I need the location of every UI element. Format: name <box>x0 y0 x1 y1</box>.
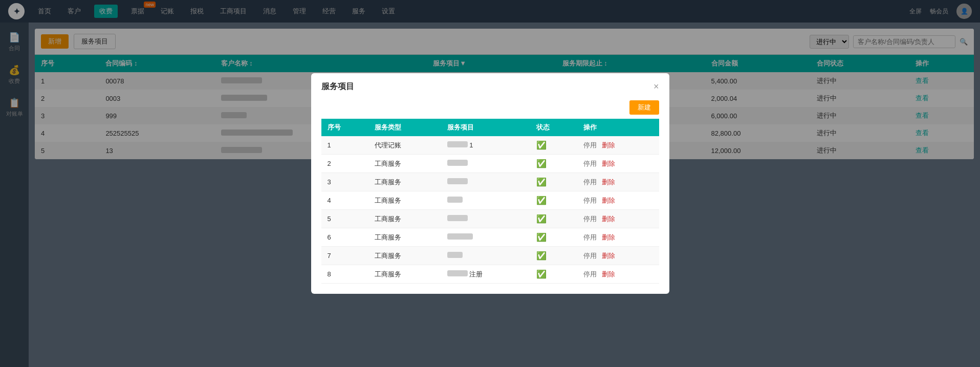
modal-cell-seq: 2 <box>321 155 369 173</box>
modal-cell-item <box>441 228 530 247</box>
status-check-icon: ✅ <box>536 251 547 260</box>
modal-cell-actions: 停用 删除 <box>577 228 659 247</box>
modal-cell-type: 工商服务 <box>368 247 441 265</box>
delete-button[interactable]: 删除 <box>602 197 615 204</box>
list-item: 5 工商服务 ✅ 停用 删除 <box>321 210 659 228</box>
list-item: 6 工商服务 ✅ 停用 删除 <box>321 228 659 247</box>
modal-table-header: 序号 服务类型 服务项目 状态 操作 <box>321 119 659 136</box>
modal-cell-actions: 停用 删除 <box>577 191 659 210</box>
status-check-icon: ✅ <box>536 233 547 242</box>
modal-cell-actions: 停用 删除 <box>577 155 659 173</box>
modal-cell-actions: 停用 删除 <box>577 210 659 228</box>
modal-col-status: 状态 <box>530 119 578 136</box>
modal-cell-actions: 停用 删除 <box>577 136 659 155</box>
modal-col-type: 服务类型 <box>368 119 441 136</box>
status-check-icon: ✅ <box>536 178 547 186</box>
disable-button[interactable]: 停用 <box>583 233 597 241</box>
modal-body: 序号 服务类型 服务项目 状态 操作 1 代理记账 1 ✅ 停用 删除 2 工商… <box>311 119 669 294</box>
disable-button[interactable]: 停用 <box>583 178 597 186</box>
modal-cell-actions: 停用 删除 <box>577 173 659 191</box>
modal-cell-status: ✅ <box>530 228 578 247</box>
modal-overlay: 服务项目 × 新建 序号 服务类型 服务项目 状态 操作 1 代理记账 <box>0 0 980 367</box>
list-item: 2 工商服务 ✅ 停用 删除 <box>321 155 659 173</box>
status-check-icon: ✅ <box>536 159 547 168</box>
status-check-icon: ✅ <box>536 141 547 149</box>
modal-cell-item <box>441 155 530 173</box>
modal-cell-type: 工商服务 <box>368 173 441 191</box>
disable-button[interactable]: 停用 <box>583 252 597 260</box>
list-item: 4 工商服务 ✅ 停用 删除 <box>321 191 659 210</box>
modal-cell-seq: 6 <box>321 228 369 247</box>
modal-cell-status: ✅ <box>530 191 578 210</box>
modal-col-item: 服务项目 <box>441 119 530 136</box>
status-check-icon: ✅ <box>536 270 547 278</box>
modal-col-seq: 序号 <box>321 119 369 136</box>
modal-cell-actions: 停用 删除 <box>577 247 659 265</box>
modal-cell-item <box>441 247 530 265</box>
modal-cell-item: 注册 <box>441 265 530 284</box>
modal-cell-item: 1 <box>441 136 530 155</box>
modal-cell-seq: 8 <box>321 265 369 284</box>
list-item: 7 工商服务 ✅ 停用 删除 <box>321 247 659 265</box>
modal-cell-type: 工商服务 <box>368 228 441 247</box>
delete-button[interactable]: 删除 <box>602 178 615 186</box>
modal-cell-seq: 4 <box>321 191 369 210</box>
disable-button[interactable]: 停用 <box>583 270 597 278</box>
modal-cell-status: ✅ <box>530 210 578 228</box>
delete-button[interactable]: 删除 <box>602 252 615 260</box>
modal-new-button[interactable]: 新建 <box>629 100 659 115</box>
modal-cell-actions: 停用 删除 <box>577 265 659 284</box>
modal-header: 服务项目 × <box>311 73 669 96</box>
disable-button[interactable]: 停用 <box>583 160 597 167</box>
disable-button[interactable]: 停用 <box>583 141 597 149</box>
modal-cell-item <box>441 210 530 228</box>
modal-col-action: 操作 <box>577 119 659 136</box>
modal-cell-type: 代理记账 <box>368 136 441 155</box>
modal-cell-seq: 3 <box>321 173 369 191</box>
modal-cell-type: 工商服务 <box>368 265 441 284</box>
modal-cell-status: ✅ <box>530 173 578 191</box>
delete-button[interactable]: 删除 <box>602 270 615 278</box>
list-item: 8 工商服务 注册 ✅ 停用 删除 <box>321 265 659 284</box>
status-check-icon: ✅ <box>536 196 547 205</box>
modal-cell-seq: 1 <box>321 136 369 155</box>
modal-toolbar: 新建 <box>311 96 669 119</box>
delete-button[interactable]: 删除 <box>602 233 615 241</box>
service-modal: 服务项目 × 新建 序号 服务类型 服务项目 状态 操作 1 代理记账 <box>311 73 669 294</box>
modal-title: 服务项目 <box>321 81 354 92</box>
delete-button[interactable]: 删除 <box>602 141 615 149</box>
disable-button[interactable]: 停用 <box>583 197 597 204</box>
modal-cell-status: ✅ <box>530 247 578 265</box>
service-items-table: 序号 服务类型 服务项目 状态 操作 1 代理记账 1 ✅ 停用 删除 2 工商… <box>321 119 659 284</box>
modal-cell-item <box>441 173 530 191</box>
modal-cell-status: ✅ <box>530 155 578 173</box>
modal-cell-item <box>441 191 530 210</box>
modal-cell-type: 工商服务 <box>368 191 441 210</box>
modal-cell-seq: 7 <box>321 247 369 265</box>
delete-button[interactable]: 删除 <box>602 215 615 223</box>
modal-cell-status: ✅ <box>530 265 578 284</box>
delete-button[interactable]: 删除 <box>602 160 615 167</box>
modal-close-button[interactable]: × <box>654 81 659 92</box>
modal-cell-status: ✅ <box>530 136 578 155</box>
modal-cell-seq: 5 <box>321 210 369 228</box>
modal-table-body: 1 代理记账 1 ✅ 停用 删除 2 工商服务 ✅ 停用 删除 3 工商服务 ✅… <box>321 136 659 284</box>
modal-cell-type: 工商服务 <box>368 155 441 173</box>
disable-button[interactable]: 停用 <box>583 215 597 223</box>
status-check-icon: ✅ <box>536 214 547 223</box>
list-item: 3 工商服务 ✅ 停用 删除 <box>321 173 659 191</box>
modal-cell-type: 工商服务 <box>368 210 441 228</box>
list-item: 1 代理记账 1 ✅ 停用 删除 <box>321 136 659 155</box>
